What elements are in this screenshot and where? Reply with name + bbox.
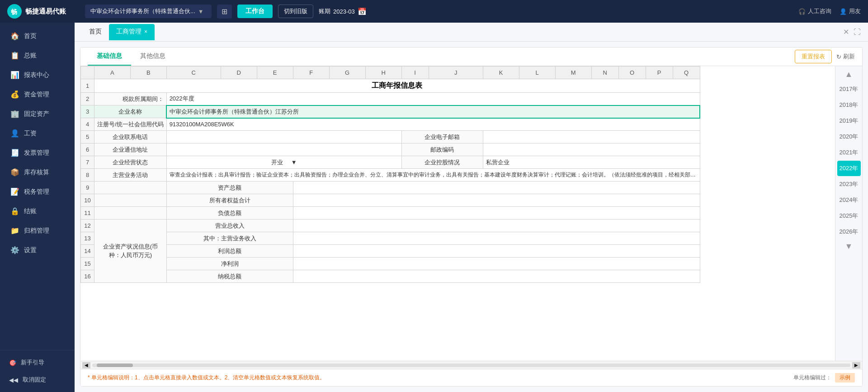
biz-status-value[interactable]: 开业 ▼: [166, 156, 401, 169]
col-header-q: Q: [673, 67, 700, 79]
revenue-value[interactable]: [293, 220, 700, 232]
asset-value[interactable]: [293, 182, 700, 194]
tab-home[interactable]: 首页: [82, 24, 109, 40]
profit-value[interactable]: [293, 245, 700, 258]
table-row: 5 企业联系电话 企业电子邮箱: [81, 131, 700, 143]
year-item-2025年[interactable]: 2025年: [837, 208, 861, 224]
col-header-p: P: [646, 67, 673, 79]
tab-active-label: 工商管理: [116, 28, 142, 36]
main-revenue-label: 其中：主营业务收入: [166, 232, 293, 245]
sidebar-item-settings[interactable]: ⚙️设置: [0, 240, 75, 260]
calendar-icon[interactable]: 📅: [358, 7, 367, 16]
address-value[interactable]: [166, 143, 401, 156]
header-right: 🎧 人工咨询 👤 用友: [798, 7, 861, 15]
table-row: 13 其中：主营业务收入: [81, 232, 700, 245]
address-label: 企业通信地址: [94, 143, 167, 156]
period-value: 2023-03: [333, 8, 355, 15]
year-item-2026年[interactable]: 2026年: [837, 224, 861, 239]
old-version-button[interactable]: 切到旧版: [278, 5, 313, 18]
year-item-2019年[interactable]: 2019年: [837, 113, 861, 129]
logo-text: 畅捷通易代账: [25, 7, 66, 16]
sidebar-item-home[interactable]: 🏠首页: [0, 26, 75, 46]
sidebar-item-pin[interactable]: ◀◀ 取消固定: [0, 371, 75, 388]
year-item-2022年[interactable]: 2022年: [837, 161, 861, 176]
sidebar-item-close[interactable]: 🔒结账: [0, 201, 75, 221]
debt-value[interactable]: [293, 207, 700, 220]
main-biz-value[interactable]: 审查企业会计报表；出具审计报告；验证企业资本；出具验资报告；办理企业合并、分立、…: [166, 169, 700, 182]
row-num-13: 13: [81, 232, 94, 245]
year-item-2018年[interactable]: 2018年: [837, 97, 861, 113]
year-item-2020年[interactable]: 2020年: [837, 129, 861, 144]
year-item-2023年[interactable]: 2023年: [837, 177, 861, 192]
sidebar-item-asset[interactable]: 🏢固定资产: [0, 104, 75, 124]
content-panel: 基础信息 其他信息 重置报表 ↻ 刷新: [80, 47, 863, 387]
col-header-b: B: [130, 67, 166, 79]
salary-icon: 👤: [10, 129, 19, 138]
sidebar-item-tax-label: 税务管理: [24, 188, 49, 196]
sidebar-item-fund[interactable]: 💰资金管理: [0, 85, 75, 104]
sidebar-item-inventory[interactable]: 📦库存核算: [0, 163, 75, 182]
tax-value[interactable]: [293, 270, 700, 283]
refresh-icon: ↻: [836, 53, 841, 60]
report-icon: 📊: [10, 71, 19, 79]
reset-report-button[interactable]: 重置报表: [795, 50, 832, 63]
expand-tab-button[interactable]: ⛶: [854, 28, 861, 36]
page-body: 基础信息 其他信息 重置报表 ↻ 刷新: [75, 42, 868, 392]
service-action[interactable]: 🎧 人工咨询: [798, 7, 831, 15]
net-profit-value[interactable]: [293, 258, 700, 270]
sidebar-item-report[interactable]: 📊报表中心: [0, 65, 75, 85]
sidebar-item-archive[interactable]: 📁归档管理: [0, 221, 75, 240]
scroll-left-button[interactable]: ◀: [82, 362, 90, 368]
tab-close-icon[interactable]: ×: [144, 29, 147, 35]
sidebar-item-home-label: 首页: [24, 32, 37, 40]
tax-label: 纳税总额: [166, 270, 293, 283]
row-num-12: 12: [81, 220, 94, 232]
holding-label: 企业控股情况: [401, 156, 483, 169]
table-row: 6 企业通信地址 邮政编码: [81, 143, 700, 156]
close-icon: 🔒: [10, 207, 19, 215]
refresh-button[interactable]: ↻ 刷新: [836, 53, 855, 61]
user-action[interactable]: 👤 用友: [840, 7, 861, 15]
sidebar-item-close-label: 结账: [24, 207, 37, 215]
sidebar-item-salary[interactable]: 👤工资: [0, 124, 75, 143]
sheet-main[interactable]: A B C D E F G H I J: [80, 66, 835, 361]
phone-value[interactable]: [166, 131, 401, 143]
scroll-thumb[interactable]: [97, 363, 133, 367]
sidebar-item-tax[interactable]: 📝税务管理: [0, 182, 75, 201]
sidebar-item-guide[interactable]: 🎯 新手引导: [0, 354, 75, 371]
year-scroll-down-button[interactable]: ▼: [843, 240, 855, 253]
workbench-button[interactable]: 工作台: [237, 5, 273, 18]
company-selector[interactable]: 中审众环会计师事务所（特殊普通合伙... ▼: [85, 5, 212, 18]
revenue-label: 营业总收入: [166, 220, 293, 232]
equity-value[interactable]: [293, 194, 700, 207]
horizontal-scrollbar[interactable]: ◀ ▶: [80, 361, 862, 369]
period-value-cell[interactable]: 2022年度: [166, 93, 700, 105]
scroll-right-button[interactable]: ▶: [852, 362, 860, 368]
period-label: 账期: [319, 7, 330, 15]
email-value[interactable]: [483, 131, 700, 143]
sub-tab-other[interactable]: 其他信息: [131, 48, 175, 66]
row-num-7: 7: [81, 156, 94, 169]
reg-value[interactable]: 91320100MA208E5W6K: [166, 118, 700, 131]
phone-label: 企业联系电话: [94, 131, 167, 143]
close-tab-button[interactable]: ✕: [843, 28, 849, 36]
main-revenue-value[interactable]: [293, 232, 700, 245]
year-item-2024年[interactable]: 2024年: [837, 192, 861, 208]
sidebar-item-invoice[interactable]: 🧾发票管理: [0, 143, 75, 163]
col-header-a: A: [94, 67, 131, 79]
sub-tab-basic[interactable]: 基础信息: [88, 48, 131, 66]
postal-value[interactable]: [483, 143, 700, 156]
year-item-2017年[interactable]: 2017年: [837, 81, 861, 97]
company-name-value[interactable]: 中审众环会计师事务所（特殊普通合伙）江苏分所: [166, 105, 700, 118]
tab-active[interactable]: 工商管理 ×: [109, 24, 155, 40]
row-num-3: 3: [81, 105, 94, 118]
spreadsheet-table: A B C D E F G H I J: [80, 66, 700, 283]
year-item-2021年[interactable]: 2021年: [837, 145, 861, 160]
table-row: 3 企业名称 中审众环会计师事务所（特殊普通合伙）江苏分所: [81, 105, 700, 118]
archive-icon: 📁: [10, 226, 19, 235]
year-scroll-up-button[interactable]: ▲: [843, 68, 855, 81]
period-area: 账期 2023-03 📅: [319, 7, 367, 16]
copy-company-button[interactable]: ⊞: [217, 5, 232, 19]
holding-value[interactable]: 私营企业: [483, 156, 700, 169]
sidebar-item-ledger[interactable]: 📋总账: [0, 46, 75, 65]
